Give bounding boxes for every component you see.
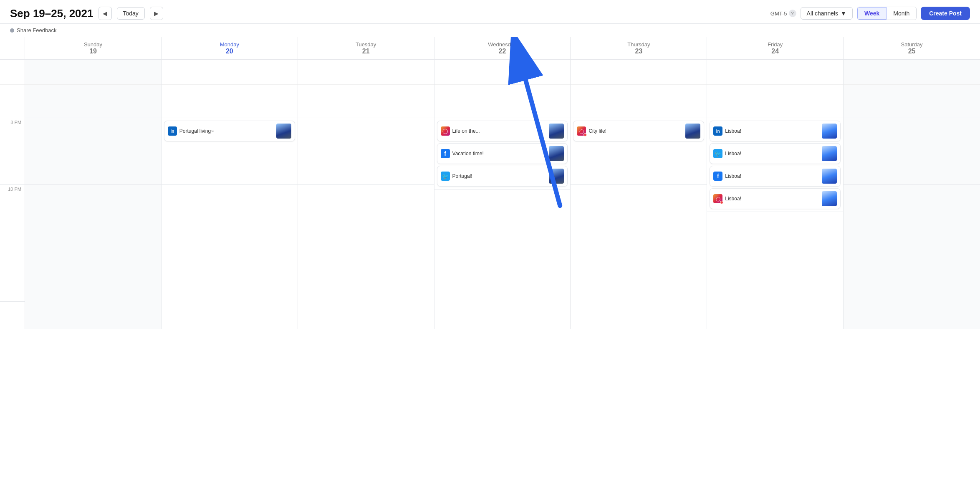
channels-dropdown[interactable]: All channels ▼ <box>801 7 853 20</box>
day-col-saturday <box>844 60 980 329</box>
event-life-thumb <box>549 124 564 139</box>
saturday-name: Saturday <box>847 41 977 48</box>
help-icon[interactable]: ? <box>789 10 796 17</box>
twitter-icon-1: 🐦 <box>441 172 450 181</box>
linkedin-icon: in <box>168 126 177 136</box>
event-lisboa-facebook[interactable]: f Lisboa! <box>710 166 841 187</box>
time-column: 8 PM 10 PM <box>0 60 25 329</box>
event-portugal-text: Portugal! <box>452 173 547 179</box>
tuesday-num: 21 <box>301 48 431 55</box>
monday-name: Monday <box>165 41 294 48</box>
event-lisboa-instagram-text: Lisboa! <box>725 196 819 202</box>
day-col-sunday <box>25 60 162 329</box>
saturday-num: 25 <box>847 48 977 55</box>
header-tuesday: Tuesday 21 <box>298 37 434 59</box>
monday-num: 20 <box>165 48 294 55</box>
header-thursday: Thursday 23 <box>571 37 707 59</box>
event-lisboa-twitter-text: Lisboa! <box>725 151 819 157</box>
facebook-icon-1: f <box>441 149 450 158</box>
time-slot-10pm: 10 PM <box>0 185 25 302</box>
header-friday: Friday 24 <box>707 37 844 59</box>
sunday-name: Sunday <box>28 41 158 48</box>
header-left: Sep 19–25, 2021 ◀ Today ▶ <box>10 7 163 20</box>
week-view-button[interactable]: Week <box>857 7 887 20</box>
feedback-bar[interactable]: Share Feedback <box>0 24 980 37</box>
event-vacation-time[interactable]: f Vacation time! <box>437 143 568 164</box>
thursday-num: 23 <box>574 48 703 55</box>
event-city-life-thumb <box>685 124 700 139</box>
channels-label: All channels <box>807 10 839 17</box>
header-saturday: Saturday 25 <box>844 37 980 59</box>
day-col-monday: in Portugal living~ <box>162 60 298 329</box>
header-monday: Monday 20 <box>162 37 298 59</box>
instagram-notif-icon: ◯ <box>577 126 586 136</box>
calendar-day-headers: Sunday 19 Monday 20 Tuesday 21 Wednesday… <box>0 37 980 60</box>
header-right: GMT-5 ? All channels ▼ Week Month Create… <box>770 7 970 20</box>
days-grid: in Portugal living~ <box>25 60 980 329</box>
thursday-name: Thursday <box>574 41 703 48</box>
create-post-button[interactable]: Create Post <box>921 7 970 20</box>
event-portugal-living[interactable]: in Portugal living~ <box>164 121 295 141</box>
day-col-thursday: ◯ City life! <box>571 60 707 329</box>
event-lisboa-twitter[interactable]: 🐦 Lisboa! <box>710 143 841 164</box>
friday-name: Friday <box>710 41 840 48</box>
event-city-life-text: City life! <box>589 128 683 134</box>
time-slot-8pm: 8 PM <box>0 118 25 185</box>
chevron-down-icon: ▼ <box>841 10 846 17</box>
header-sunday: Sunday 19 <box>25 37 162 59</box>
event-lisboa-linkedin-text: Lisboa! <box>725 128 819 134</box>
time-slot-empty2 <box>0 85 25 118</box>
instagram-notif-icon-2: ◯ <box>713 194 722 203</box>
notification-badge <box>583 133 587 136</box>
facebook-icon-2: f <box>713 172 722 181</box>
prev-button[interactable]: ◀ <box>99 7 112 20</box>
event-lisboa-instagram-thumb <box>822 191 837 206</box>
month-view-button[interactable]: Month <box>887 7 916 20</box>
time-slot-empty1 <box>0 60 25 85</box>
event-portugal-thumb <box>549 169 564 184</box>
time-col-spacer <box>0 37 25 59</box>
event-lisboa-linkedin[interactable]: in Lisboa! <box>710 121 841 141</box>
gmt-label: GMT-5 ? <box>770 10 796 17</box>
event-portugal-living-thumb <box>276 124 291 139</box>
day-col-friday: in Lisboa! 🐦 Lisboa! <box>707 60 844 329</box>
wednesday-name: Wednesday <box>438 41 567 48</box>
date-range: Sep 19–25, 2021 <box>10 7 93 20</box>
tuesday-name: Tuesday <box>301 41 431 48</box>
feedback-dot-icon <box>10 28 14 33</box>
event-life-on-the[interactable]: ◯ Life on the... <box>437 121 568 141</box>
twitter-icon-2: 🐦 <box>713 149 722 158</box>
event-portugal[interactable]: 🐦 Portugal! <box>437 166 568 187</box>
calendar-header: Sep 19–25, 2021 ◀ Today ▶ GMT-5 ? All ch… <box>0 0 980 24</box>
event-life-on-the-text: Life on the... <box>452 128 547 134</box>
event-lisboa-facebook-thumb <box>822 169 837 184</box>
event-vacation-time-text: Vacation time! <box>452 151 547 157</box>
event-vacation-thumb <box>549 146 564 161</box>
day-col-wednesday: ◯ Life on the... f Vacation time! <box>434 60 571 329</box>
view-toggle: Week Month <box>857 7 917 20</box>
sunday-num: 19 <box>28 48 158 55</box>
event-city-life[interactable]: ◯ City life! <box>573 121 704 141</box>
calendar-wrapper: Sunday 19 Monday 20 Tuesday 21 Wednesday… <box>0 37 980 329</box>
event-lisboa-instagram[interactable]: ◯ Lisboa! <box>710 188 841 209</box>
feedback-label: Share Feedback <box>17 27 56 33</box>
wednesday-num: 22 <box>438 48 567 55</box>
event-portugal-living-text: Portugal living~ <box>179 128 274 134</box>
header-wednesday: Wednesday 22 <box>434 37 571 59</box>
event-lisboa-linkedin-thumb <box>822 124 837 139</box>
today-button[interactable]: Today <box>117 7 145 20</box>
event-lisboa-facebook-text: Lisboa! <box>725 173 819 179</box>
instagram-icon-1: ◯ <box>441 126 450 136</box>
calendar-body: 8 PM 10 PM in Portugal living~ <box>0 60 980 329</box>
event-lisboa-twitter-thumb <box>822 146 837 161</box>
day-col-tuesday <box>298 60 434 329</box>
linkedin-icon-2: in <box>713 126 722 136</box>
friday-num: 24 <box>710 48 840 55</box>
gmt-text: GMT-5 <box>770 10 787 17</box>
notification-badge-2 <box>720 201 723 204</box>
next-button[interactable]: ▶ <box>150 7 163 20</box>
